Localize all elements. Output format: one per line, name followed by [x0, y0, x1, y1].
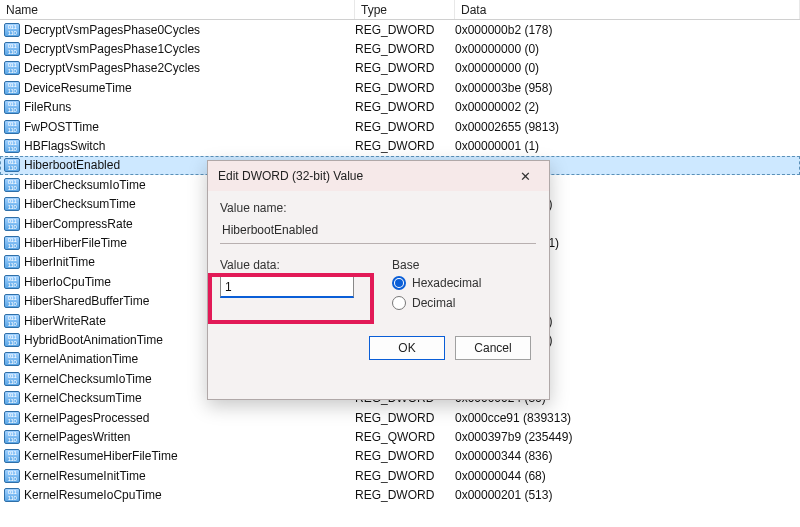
registry-value-name: KernelPagesProcessed — [24, 411, 149, 425]
registry-binary-icon — [4, 372, 20, 386]
registry-value-data: 0x00002655 (9813) — [455, 120, 800, 134]
registry-value-type: REG_QWORD — [355, 430, 455, 444]
radio-hex-label: Hexadecimal — [412, 276, 481, 290]
registry-value-type: REG_DWORD — [355, 449, 455, 463]
registry-value-name: HiberSharedBufferTime — [24, 294, 149, 308]
registry-value-type: REG_DWORD — [355, 100, 455, 114]
registry-row[interactable]: DecryptVsmPagesPhase1CyclesREG_DWORD0x00… — [0, 39, 800, 58]
registry-value-name: KernelChecksumIoTime — [24, 372, 152, 386]
registry-value-type: REG_DWORD — [355, 81, 455, 95]
registry-row[interactable]: KernelResumeHiberFileTimeREG_DWORD0x0000… — [0, 447, 800, 466]
value-data-label: Value data: — [220, 258, 370, 272]
registry-binary-icon — [4, 139, 20, 153]
column-header-type[interactable]: Type — [355, 0, 455, 19]
registry-value-name: KernelResumeInitTime — [24, 469, 146, 483]
registry-value-data: 0x000003be (958) — [455, 81, 800, 95]
value-name-field[interactable] — [220, 219, 536, 244]
registry-value-data: 0x00000344 (836) — [455, 449, 800, 463]
registry-binary-icon — [4, 217, 20, 231]
registry-binary-icon — [4, 61, 20, 75]
registry-value-name: HiberCompressRate — [24, 217, 133, 231]
registry-binary-icon — [4, 488, 20, 502]
dialog-title: Edit DWORD (32-bit) Value — [218, 169, 507, 183]
ok-button[interactable]: OK — [369, 336, 445, 360]
registry-row[interactable]: DeviceResumeTimeREG_DWORD0x000003be (958… — [0, 78, 800, 97]
registry-value-type: REG_DWORD — [355, 120, 455, 134]
radio-decimal[interactable]: Decimal — [392, 296, 537, 310]
radio-hexadecimal[interactable]: Hexadecimal — [392, 276, 537, 290]
registry-value-type: REG_DWORD — [355, 488, 455, 502]
registry-binary-icon — [4, 23, 20, 37]
registry-binary-icon — [4, 197, 20, 211]
registry-value-name: KernelResumeHiberFileTime — [24, 449, 178, 463]
registry-binary-icon — [4, 449, 20, 463]
dialog-titlebar[interactable]: Edit DWORD (32-bit) Value ✕ — [208, 161, 549, 191]
registry-value-name: KernelResumeIoCpuTime — [24, 488, 162, 502]
registry-value-name: HiberWriteRate — [24, 314, 106, 328]
close-icon: ✕ — [520, 169, 531, 184]
registry-value-name: KernelPagesWritten — [24, 430, 131, 444]
registry-binary-icon — [4, 120, 20, 134]
registry-binary-icon — [4, 314, 20, 328]
registry-value-data: 0x00000000 (0) — [455, 42, 800, 56]
radio-dot-icon — [392, 276, 406, 290]
registry-binary-icon — [4, 81, 20, 95]
registry-row[interactable]: DecryptVsmPagesPhase0CyclesREG_DWORD0x00… — [0, 20, 800, 39]
registry-binary-icon — [4, 333, 20, 347]
registry-value-name: KernelAnimationTime — [24, 352, 138, 366]
registry-row[interactable]: KernelResumeInitTimeREG_DWORD0x00000044 … — [0, 466, 800, 485]
registry-binary-icon — [4, 469, 20, 483]
column-headers: Name Type Data — [0, 0, 800, 20]
registry-binary-icon — [4, 411, 20, 425]
registry-row[interactable]: KernelPagesWrittenREG_QWORD0x000397b9 (2… — [0, 427, 800, 446]
registry-value-data: 0x00000201 (513) — [455, 488, 800, 502]
registry-binary-icon — [4, 178, 20, 192]
registry-binary-icon — [4, 42, 20, 56]
registry-row[interactable]: DecryptVsmPagesPhase2CyclesREG_DWORD0x00… — [0, 59, 800, 78]
registry-value-type: REG_DWORD — [355, 469, 455, 483]
registry-value-name: HiberChecksumIoTime — [24, 178, 146, 192]
registry-value-name: HiberIoCpuTime — [24, 275, 111, 289]
value-name-label: Value name: — [220, 201, 537, 215]
column-header-data[interactable]: Data — [455, 0, 800, 19]
radio-dec-label: Decimal — [412, 296, 455, 310]
registry-binary-icon — [4, 275, 20, 289]
registry-value-type: REG_DWORD — [355, 411, 455, 425]
registry-value-type: REG_DWORD — [355, 139, 455, 153]
registry-binary-icon — [4, 391, 20, 405]
registry-binary-icon — [4, 255, 20, 269]
registry-value-type: REG_DWORD — [355, 42, 455, 56]
column-header-name[interactable]: Name — [0, 0, 355, 19]
registry-value-data: 0x000cce91 (839313) — [455, 411, 800, 425]
registry-value-name: HBFlagsSwitch — [24, 139, 105, 153]
radio-circle-icon — [392, 296, 406, 310]
value-data-field[interactable] — [220, 276, 354, 298]
registry-value-type: REG_DWORD — [355, 23, 455, 37]
registry-value-data: 0x00000000 (0) — [455, 61, 800, 75]
registry-binary-icon — [4, 352, 20, 366]
registry-value-name: HiberInitTime — [24, 255, 95, 269]
registry-value-data: 0x000000b2 (178) — [455, 23, 800, 37]
dialog-body: Value name: Value data: Base Hexadecimal… — [208, 191, 549, 368]
registry-binary-icon — [4, 100, 20, 114]
registry-binary-icon — [4, 430, 20, 444]
registry-value-name: HiberbootEnabled — [24, 158, 120, 172]
cancel-button[interactable]: Cancel — [455, 336, 531, 360]
registry-value-name: HiberHiberFileTime — [24, 236, 127, 250]
registry-row[interactable]: HBFlagsSwitchREG_DWORD0x00000001 (1) — [0, 136, 800, 155]
registry-value-name: FileRuns — [24, 100, 71, 114]
registry-row[interactable]: KernelPagesProcessedREG_DWORD0x000cce91 … — [0, 408, 800, 427]
registry-value-type: REG_DWORD — [355, 61, 455, 75]
registry-binary-icon — [4, 158, 20, 172]
registry-row[interactable]: KernelResumeIoCpuTimeREG_DWORD0x00000201… — [0, 485, 800, 504]
registry-row[interactable]: FileRunsREG_DWORD0x00000002 (2) — [0, 98, 800, 117]
registry-value-name: HiberChecksumTime — [24, 197, 136, 211]
registry-value-name: DecryptVsmPagesPhase1Cycles — [24, 42, 200, 56]
registry-value-name: DecryptVsmPagesPhase2Cycles — [24, 61, 200, 75]
registry-value-data: 0x00000044 (68) — [455, 469, 800, 483]
registry-binary-icon — [4, 294, 20, 308]
dialog-close-button[interactable]: ✕ — [507, 163, 543, 189]
registry-value-data: 0x00000001 (1) — [455, 139, 800, 153]
registry-row[interactable]: FwPOSTTimeREG_DWORD0x00002655 (9813) — [0, 117, 800, 136]
base-group-label: Base — [392, 258, 537, 272]
